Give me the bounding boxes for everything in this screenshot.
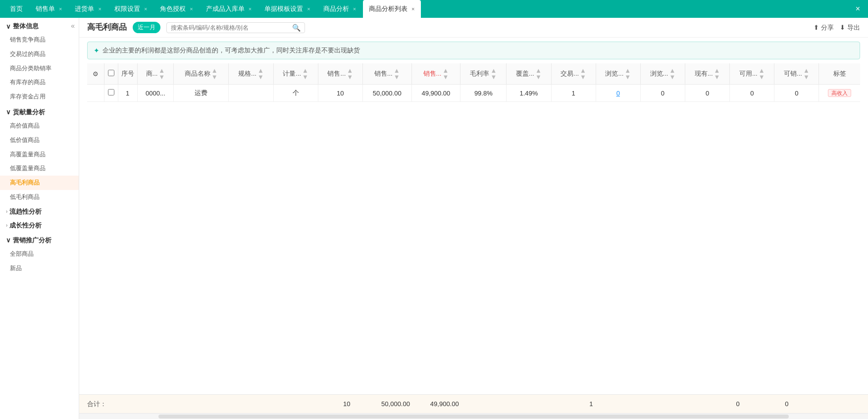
sidebar-group-contribution[interactable]: ∨ 贡献量分析: [0, 104, 79, 119]
cell-sale-qty: 10: [318, 85, 362, 102]
sidebar-item-new-goods[interactable]: 新品: [0, 261, 79, 276]
close-tab-purchase-order[interactable]: ×: [98, 6, 101, 12]
col-settings[interactable]: ⚙: [87, 63, 104, 85]
tab-sales-order[interactable]: 销售单 ×: [30, 0, 68, 18]
col-available-header[interactable]: 可用... ▲▼: [730, 63, 774, 85]
close-tab-role-auth[interactable]: ×: [190, 6, 193, 12]
select-all-checkbox[interactable]: [108, 70, 114, 76]
col-browse2-label: 浏览...: [650, 69, 668, 78]
col-saleable-header[interactable]: 可销... ▲▼: [774, 63, 819, 85]
close-tab-goods-analysis[interactable]: ×: [353, 6, 356, 12]
cell-trade: 1: [551, 85, 596, 102]
sidebar-item-in-stock[interactable]: 有库存的商品: [0, 75, 79, 90]
tab-goods-analysis-list[interactable]: 商品分析列表 ×: [363, 0, 420, 18]
col-sale-profit-sort: ▲▼: [442, 67, 449, 80]
search-input[interactable]: [171, 24, 290, 31]
export-btn[interactable]: ⬇ 导出: [840, 23, 860, 32]
sidebar-item-traded-goods[interactable]: 交易过的商品: [0, 47, 79, 61]
tab-purchase-order[interactable]: 进货单 ×: [69, 0, 107, 18]
cell-available: 0: [730, 85, 774, 102]
browse1-link[interactable]: 0: [616, 90, 620, 97]
tab-home[interactable]: 首页: [4, 0, 29, 18]
close-tab-permissions[interactable]: ×: [144, 6, 147, 12]
col-browse2-header[interactable]: 浏览... ▲▼: [640, 63, 685, 85]
table-wrapper[interactable]: ⚙ 序号 商... ▲▼: [79, 63, 868, 394]
filter-recent-month-btn[interactable]: 近一月: [133, 22, 160, 33]
col-browse1-label: 浏览...: [605, 69, 623, 78]
col-sale-profit-label: 销售...: [423, 69, 442, 78]
search-box: 🔍: [166, 22, 305, 33]
col-code-label: 商...: [146, 69, 158, 78]
notice-icon: ✦: [94, 47, 100, 54]
close-tab-doc-template[interactable]: ×: [307, 6, 310, 12]
notice-text: 企业的主要的利润都是这部分商品创造的，可考虑加大推广，同时关注库存是不要出现缺货: [102, 46, 360, 55]
col-tag-header: 标签: [819, 63, 860, 85]
tab-permissions[interactable]: 权限设置 ×: [108, 0, 153, 18]
sidebar-item-high-value[interactable]: 高价值商品: [0, 119, 79, 133]
tab-product-storage[interactable]: 产成品入库单 ×: [200, 0, 257, 18]
sidebar-item-sales-competitive[interactable]: 销售竞争商品: [0, 33, 79, 47]
col-code-sort: ▲▼: [158, 67, 165, 80]
sidebar-group-growth[interactable]: › 成长性分析: [0, 218, 79, 232]
col-unit-sort: ▲▼: [302, 67, 308, 80]
col-coverage-header[interactable]: 覆盖... ▲▼: [507, 63, 551, 85]
cell-settings: [87, 85, 104, 102]
sidebar-item-low-coverage[interactable]: 低覆盖量商品: [0, 161, 79, 176]
col-sale-qty-header[interactable]: 销售... ▲▼: [318, 63, 362, 85]
tab-role-auth[interactable]: 角色授权 ×: [154, 0, 199, 18]
close-tab-sales-order[interactable]: ×: [59, 6, 62, 12]
sidebar-item-high-gross[interactable]: 高毛利商品: [0, 176, 79, 190]
sidebar-group-overall[interactable]: ∨ 整体信息: [0, 18, 79, 33]
tab-doc-template[interactable]: 单据模板设置 ×: [258, 0, 316, 18]
col-unit-header[interactable]: 计量... ▲▼: [273, 63, 318, 85]
cell-name: 运费: [174, 85, 229, 102]
sidebar-item-inventory-capital[interactable]: 库存资金占用: [0, 90, 79, 104]
sidebar-collapse-btn[interactable]: «: [71, 22, 75, 30]
export-icon: ⬇: [840, 24, 845, 31]
sidebar-item-low-gross[interactable]: 低毛利商品: [0, 190, 79, 204]
col-current-stock-sort: ▲▼: [714, 67, 720, 80]
col-name-header[interactable]: 商品名称 ▲▼: [174, 63, 229, 85]
settings-icon[interactable]: ⚙: [93, 70, 99, 78]
sidebar-group-trend[interactable]: › 流趋性分析: [0, 204, 79, 218]
col-sale-amount-header[interactable]: 销售... ▲▼: [362, 63, 411, 85]
sidebar-group-marketing[interactable]: ∨ 营销推广分析: [0, 232, 79, 247]
col-gross-margin-header[interactable]: 毛利率 ▲▼: [460, 63, 507, 85]
col-name-label: 商品名称: [185, 69, 210, 78]
col-browse1-header[interactable]: 浏览... ▲▼: [596, 63, 640, 85]
close-all-tabs[interactable]: ×: [852, 4, 864, 13]
close-tab-product-storage[interactable]: ×: [249, 6, 252, 12]
marketing-expand-icon: ∨: [6, 236, 11, 244]
sidebar-item-low-value[interactable]: 低价值商品: [0, 133, 79, 147]
col-spec-header[interactable]: 规格... ▲▼: [229, 63, 273, 85]
cell-browse1[interactable]: 0: [596, 85, 640, 102]
search-icon[interactable]: 🔍: [292, 24, 301, 32]
col-checkbox[interactable]: [104, 63, 118, 85]
sidebar-item-high-coverage[interactable]: 高覆盖量商品: [0, 147, 79, 162]
top-nav: 首页 销售单 × 进货单 × 权限设置 × 角色授权 × 产成品入库单 × 单据…: [0, 0, 868, 18]
cell-index: 1: [118, 85, 137, 102]
tag-badge: 高收入: [828, 89, 851, 97]
cell-saleable: 0: [774, 85, 819, 102]
bottom-scroll-bar[interactable]: [79, 413, 868, 419]
col-code-header[interactable]: 商... ▲▼: [137, 63, 174, 85]
sidebar-item-all-goods[interactable]: 全部商品: [0, 247, 79, 261]
cell-checkbox[interactable]: [104, 85, 118, 102]
row-checkbox[interactable]: [108, 89, 114, 95]
sidebar-item-category-assist[interactable]: 商品分类助销率: [0, 61, 79, 76]
close-tab-goods-analysis-list[interactable]: ×: [411, 6, 414, 12]
cell-coverage: 1.49%: [507, 85, 551, 102]
content-header: 高毛利商品 近一月 🔍 ⬆ 分享 ⬇ 导出: [79, 18, 868, 38]
trend-expand-icon: ›: [6, 209, 7, 214]
footer-sale-profit: 49,900.00: [420, 400, 469, 408]
cell-current-stock: 0: [685, 85, 730, 102]
horizontal-scrollbar[interactable]: [158, 415, 789, 419]
col-unit-label: 计量...: [283, 69, 301, 78]
tab-goods-analysis[interactable]: 商品分析 ×: [317, 0, 362, 18]
share-btn[interactable]: ⬆ 分享: [814, 23, 834, 32]
sidebar: « ∨ 整体信息 销售竞争商品 交易过的商品 商品分类助销率 有库存的商品 库存…: [0, 18, 79, 419]
col-sale-profit-header[interactable]: 销售... ▲▼: [411, 63, 460, 85]
cell-code: 0000...: [137, 85, 174, 102]
col-current-stock-header[interactable]: 现有... ▲▼: [685, 63, 730, 85]
col-trade-header[interactable]: 交易... ▲▼: [551, 63, 596, 85]
